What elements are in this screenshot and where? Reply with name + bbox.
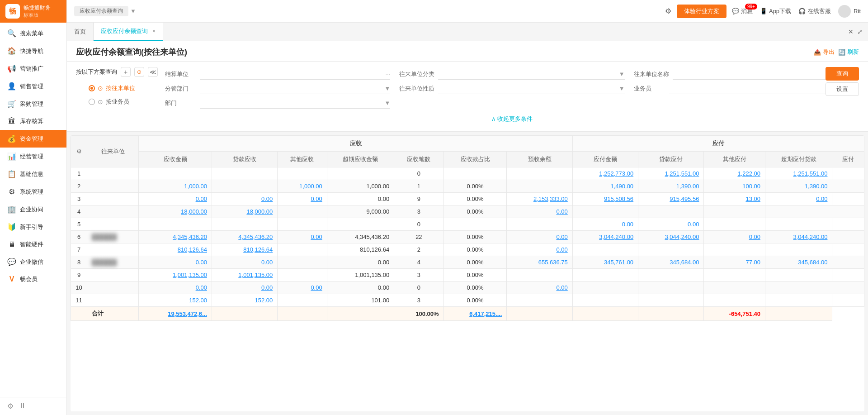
data-cell[interactable]: 0.00: [765, 193, 832, 205]
refresh-button[interactable]: 🔄 刷新: [838, 48, 859, 56]
data-cell[interactable]: [212, 218, 277, 231]
data-cell[interactable]: 0.00: [507, 231, 572, 243]
data-cell[interactable]: 1,490.00: [572, 180, 638, 193]
data-cell[interactable]: 1,390.00: [638, 180, 704, 193]
query-button[interactable]: 查询: [826, 67, 859, 81]
data-cell[interactable]: [572, 243, 638, 256]
data-cell[interactable]: 18,000.00: [212, 205, 277, 218]
settings-button[interactable]: 设置: [826, 82, 859, 96]
data-cell[interactable]: [212, 167, 277, 180]
data-cell[interactable]: [638, 281, 704, 294]
data-cell[interactable]: 1,000.00: [278, 180, 327, 193]
filter-option-partner[interactable]: ⊙ 按往来单位: [85, 82, 158, 94]
sidebar-item-enterprise[interactable]: 🏢企业协同: [0, 200, 66, 218]
data-cell[interactable]: [638, 294, 704, 307]
data-cell[interactable]: [507, 218, 572, 231]
data-cell[interactable]: 0.00: [212, 256, 277, 269]
footer-ar-total[interactable]: 19,553,472,6...: [139, 307, 212, 321]
data-cell[interactable]: [507, 269, 572, 281]
data-cell[interactable]: 0.00: [278, 231, 327, 243]
footer-advance-total[interactable]: 6,417,215....: [443, 307, 507, 321]
data-cell[interactable]: 4,345,436.20: [139, 231, 212, 243]
data-cell[interactable]: [572, 205, 638, 218]
data-cell[interactable]: 0.00: [139, 281, 212, 294]
filter-option-salesman[interactable]: ⊙ 按业务员: [85, 96, 158, 108]
data-cell[interactable]: [765, 218, 832, 231]
export-button[interactable]: 📤 导出: [814, 48, 835, 56]
filter-scheme-button[interactable]: ⊙: [134, 67, 144, 77]
dept-select[interactable]: ▼: [200, 83, 390, 94]
data-cell[interactable]: [704, 243, 765, 256]
data-cell[interactable]: 1,251,551.00: [638, 167, 704, 180]
data-cell[interactable]: [765, 294, 832, 307]
sidebar-item-management[interactable]: 📊经营管理: [0, 148, 66, 165]
app-download-button[interactable]: 📱 App下载: [760, 7, 791, 15]
data-cell[interactable]: [765, 205, 832, 218]
data-cell[interactable]: 1,000.00: [139, 180, 212, 193]
data-cell[interactable]: [765, 243, 832, 256]
data-cell[interactable]: [139, 218, 212, 231]
data-cell[interactable]: [507, 167, 572, 180]
data-cell[interactable]: 77.00: [704, 256, 765, 269]
data-cell[interactable]: 4,345,436.20: [212, 231, 277, 243]
data-cell[interactable]: 13.00: [704, 193, 765, 205]
data-cell[interactable]: 345,684.00: [638, 256, 704, 269]
data-cell[interactable]: 0.00: [278, 193, 327, 205]
data-cell[interactable]: [572, 294, 638, 307]
data-cell[interactable]: 0.00: [212, 193, 277, 205]
data-cell[interactable]: [278, 243, 327, 256]
window-close-icon[interactable]: ✕: [848, 28, 854, 35]
sidebar-item-member[interactable]: V畅会员: [0, 271, 66, 288]
data-cell[interactable]: 2,153,333.00: [507, 193, 572, 205]
data-cell[interactable]: 0.00: [507, 281, 572, 294]
breadcrumb-dropdown[interactable]: ▼: [130, 8, 136, 14]
data-cell[interactable]: [278, 269, 327, 281]
sidebar-item-finance[interactable]: 💰资金管理: [0, 130, 66, 148]
filter-add-button[interactable]: +: [121, 67, 131, 77]
tab-home[interactable]: 首页: [67, 23, 94, 41]
department-select[interactable]: ▼: [200, 98, 390, 109]
data-cell[interactable]: 3,044,240.00: [572, 231, 638, 243]
data-cell[interactable]: 152.00: [139, 294, 212, 307]
data-cell[interactable]: 152.00: [212, 294, 277, 307]
data-cell[interactable]: 100.00: [704, 180, 765, 193]
data-cell[interactable]: 0.00: [507, 243, 572, 256]
footer-settings-icon[interactable]: ⚙: [7, 402, 14, 410]
data-cell[interactable]: 1,390.00: [765, 180, 832, 193]
sidebar-item-search[interactable]: 🔍搜索菜单: [0, 24, 66, 42]
data-cell[interactable]: [638, 205, 704, 218]
data-cell[interactable]: [638, 243, 704, 256]
data-cell[interactable]: [765, 281, 832, 294]
sidebar-item-wechat[interactable]: 💬企业微信: [0, 253, 66, 271]
data-cell[interactable]: 1,251,551.00: [765, 167, 832, 180]
sidebar-item-hardware[interactable]: 🖥智能硬件: [0, 236, 66, 253]
table-settings-icon[interactable]: ⚙: [76, 148, 82, 155]
data-cell[interactable]: [638, 269, 704, 281]
data-cell[interactable]: 915,508.56: [572, 193, 638, 205]
filter-back-button[interactable]: ≪: [148, 67, 158, 77]
data-cell[interactable]: 3,044,240.00: [638, 231, 704, 243]
data-cell[interactable]: 0.00: [507, 205, 572, 218]
sidebar-item-inventory[interactable]: 🏛库存核算: [0, 113, 66, 130]
data-cell[interactable]: [704, 294, 765, 307]
data-cell[interactable]: [765, 269, 832, 281]
data-cell[interactable]: 0.00: [278, 281, 327, 294]
data-cell[interactable]: 655,636.75: [507, 256, 572, 269]
solution-button[interactable]: 体验行业方案: [677, 5, 726, 18]
data-cell[interactable]: 0.00: [139, 256, 212, 269]
data-cell[interactable]: 1,222.00: [704, 167, 765, 180]
data-cell[interactable]: 0.00: [572, 218, 638, 231]
data-cell[interactable]: 345,684.00: [765, 256, 832, 269]
topbar-gear-icon[interactable]: ⚙: [665, 7, 671, 15]
data-cell[interactable]: 0.00: [704, 231, 765, 243]
filter-collapse-button[interactable]: ∧ 收起更多条件: [165, 112, 859, 126]
data-cell[interactable]: [212, 180, 277, 193]
data-cell[interactable]: 1,001,135.00: [212, 269, 277, 281]
data-cell[interactable]: [507, 294, 572, 307]
data-cell[interactable]: 3,044,240.00: [765, 231, 832, 243]
tab-ar-query[interactable]: 应收应付余额查询 ×: [94, 23, 163, 41]
data-cell[interactable]: [278, 256, 327, 269]
sidebar-item-guide[interactable]: 🔰新手引导: [0, 218, 66, 236]
data-cell[interactable]: 810,126.64: [139, 243, 212, 256]
data-cell[interactable]: 810,126.64: [212, 243, 277, 256]
